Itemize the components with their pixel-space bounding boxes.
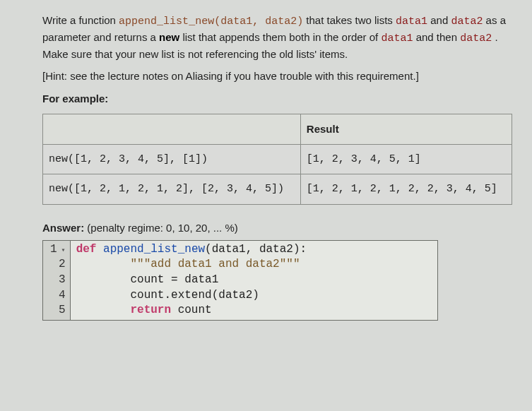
code-editor[interactable]: 1 2 3 4 5 def append_list_new(data1, dat… — [42, 240, 438, 321]
answer-section: Answer: (penalty regime: 0, 10, 20, ... … — [42, 220, 512, 321]
table-row: new([1, 2, 3, 4, 5], [1]) [1, 2, 3, 4, 5… — [43, 144, 512, 174]
text: that takes two lists — [303, 14, 396, 26]
problem-description: Write a function append_list_new(data1, … — [42, 13, 512, 107]
code-fn-name: append_list_new — [96, 243, 205, 256]
code-text: (data1, data2): — [205, 243, 307, 256]
line-number-gutter: 1 2 3 4 5 — [43, 241, 71, 320]
param-data1: data1 — [396, 16, 427, 28]
line-number: 2 — [50, 257, 66, 273]
text: and then — [413, 31, 460, 43]
example-call: new([1, 2, 1, 2, 1, 2], [2, 3, 4, 5]) — [43, 174, 301, 205]
param-data2: data2 — [451, 16, 483, 28]
answer-label: Answer: — [42, 222, 84, 234]
text: Write a function — [42, 14, 119, 26]
table-header-call — [43, 114, 301, 144]
param-data2: data2 — [460, 32, 492, 44]
keyword-return: return — [76, 304, 171, 316]
penalty-regime: (penalty regime: 0, 10, 20, ... %) — [84, 222, 238, 234]
example-table: Result new([1, 2, 3, 4, 5], [1]) [1, 2, … — [42, 114, 512, 205]
example-call: new([1, 2, 3, 4, 5], [1]) — [43, 144, 301, 174]
line-number: 1 — [50, 242, 66, 258]
line-number: 4 — [50, 288, 66, 304]
table-header-result: Result — [300, 114, 512, 144]
param-data1: data1 — [381, 32, 413, 44]
code-op: = — [171, 273, 178, 286]
code-docstring: """add data1 and data2""" — [76, 258, 300, 270]
for-example-label: For example: — [42, 91, 512, 107]
code-text: count.extend(data2) — [76, 289, 259, 302]
table-row: new([1, 2, 1, 2, 1, 2], [2, 3, 4, 5]) [1… — [43, 174, 512, 205]
code-text: count — [76, 273, 171, 286]
line-number: 3 — [50, 273, 66, 288]
text: and — [427, 14, 451, 26]
keyword-def: def — [76, 243, 97, 256]
text: list that appends them both in the order… — [179, 31, 381, 43]
example-result: [1, 2, 1, 2, 1, 2, 2, 3, 4, 5] — [300, 174, 512, 205]
code-text: count — [171, 304, 212, 316]
function-signature: append_list_new(data1, data2) — [119, 16, 303, 28]
example-result: [1, 2, 3, 4, 5, 1] — [300, 144, 512, 174]
desc-para-hint: [Hint: see the lecture notes on Aliasing… — [42, 68, 512, 84]
code-text: data1 — [178, 273, 219, 286]
code-content[interactable]: def append_list_new(data1, data2): """ad… — [71, 241, 437, 320]
line-number: 5 — [50, 303, 66, 318]
emph-new: new — [159, 31, 179, 43]
desc-para-1: Write a function append_list_new(data1, … — [42, 13, 512, 61]
